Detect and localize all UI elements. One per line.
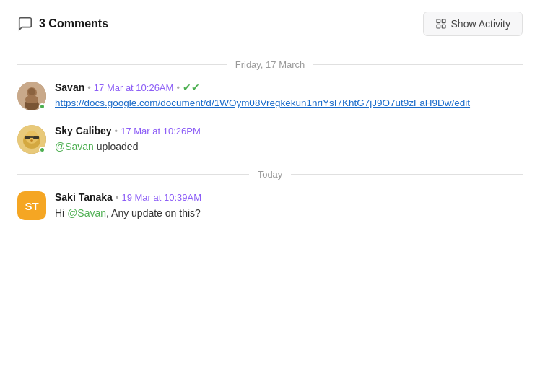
date-divider-friday: Friday, 17 March <box>17 59 523 70</box>
activity-icon <box>435 18 447 30</box>
svg-rect-13 <box>33 136 39 139</box>
avatar-wrapper-savan <box>17 82 46 110</box>
comment-time-savan: 17 Mar at 10:26AM <box>94 82 174 93</box>
date-divider-today: Today <box>17 169 523 180</box>
commenter-name-saki: Saki Tanaka <box>55 191 113 203</box>
comment-meta-saki: Saki Tanaka • 19 Mar at 10:39AM <box>55 191 523 203</box>
comment-meta-sky: Sky Calibey • 17 Mar at 10:26PM <box>55 125 523 136</box>
svg-rect-1 <box>442 19 445 23</box>
panel-header: 3 Comments Show Activity <box>17 12 523 45</box>
comment-body-sky: Sky Calibey • 17 Mar at 10:26PM @Savan u… <box>55 125 523 154</box>
comment-item-savan: Savan • 17 Mar at 10:26AM • ✔✔ https://d… <box>17 82 523 110</box>
comment-text-sky-body: uploaded <box>94 141 139 152</box>
comment-body-savan: Savan • 17 Mar at 10:26AM • ✔✔ https://d… <box>55 82 523 110</box>
savan-online-dot <box>39 103 45 110</box>
comment-text-before-saki: Hi <box>55 207 67 219</box>
comment-time-saki: 19 Mar at 10:39AM <box>121 192 201 203</box>
comment-body-saki: Saki Tanaka • 19 Mar at 10:39AM Hi @Sava… <box>55 191 523 221</box>
mention-savan-sky: @Savan <box>55 141 94 152</box>
show-activity-label: Show Activity <box>451 18 510 30</box>
verified-icon-savan: ✔✔ <box>183 82 200 93</box>
comment-text-saki: Hi @Savan, Any update on this? <box>55 206 523 221</box>
comment-link-savan[interactable]: https://docs.google.com/document/d/1WOym… <box>55 96 523 110</box>
show-activity-button[interactable]: Show Activity <box>423 12 523 36</box>
svg-rect-12 <box>25 136 30 139</box>
commenter-name-savan: Savan <box>55 82 84 93</box>
comment-time-sky: 17 Mar at 10:26PM <box>121 126 201 136</box>
date-divider-friday-label: Friday, 17 March <box>235 59 305 70</box>
svg-rect-8 <box>25 96 38 103</box>
avatar-wrapper-saki: ST <box>17 191 46 220</box>
date-divider-today-label: Today <box>258 169 283 180</box>
comments-count-title: 3 Comments <box>39 17 108 30</box>
comment-item-saki: ST Saki Tanaka • 19 Mar at 10:39AM Hi @S… <box>17 191 523 221</box>
comment-text-sky: @Savan uploaded <box>55 139 523 154</box>
comment-meta-savan: Savan • 17 Mar at 10:26AM • ✔✔ <box>55 82 523 93</box>
svg-rect-2 <box>442 25 445 28</box>
comments-icon <box>17 16 33 32</box>
svg-point-7 <box>28 88 35 95</box>
avatar-saki: ST <box>17 191 46 220</box>
comment-item-sky: Sky Calibey • 17 Mar at 10:26PM @Savan u… <box>17 125 523 154</box>
comments-panel: 3 Comments Show Activity Friday, 17 Marc… <box>0 0 540 247</box>
commenter-name-sky: Sky Calibey <box>55 125 112 136</box>
svg-rect-3 <box>437 25 440 28</box>
sky-online-dot <box>39 147 45 153</box>
avatar-initials-saki: ST <box>25 200 38 212</box>
svg-rect-0 <box>437 19 440 23</box>
mention-savan-saki: @Savan <box>67 207 106 219</box>
avatar-wrapper-sky <box>17 125 46 154</box>
svg-point-15 <box>30 139 33 142</box>
comment-text-after-saki: , Any update on this? <box>106 207 201 219</box>
header-left: 3 Comments <box>17 16 108 32</box>
